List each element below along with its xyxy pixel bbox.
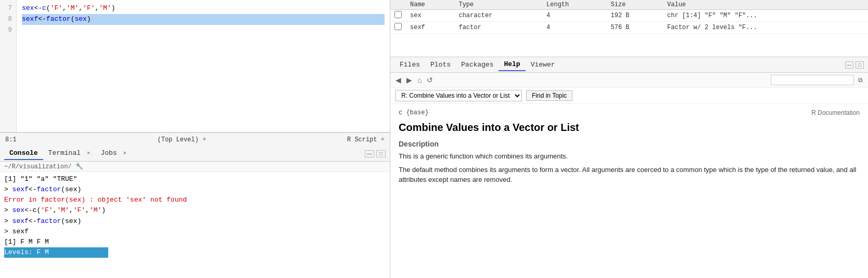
package-reference: c {base}: [399, 109, 860, 116]
tab-packages[interactable]: Packages: [456, 59, 499, 71]
tab-jobs[interactable]: Jobs ×: [95, 147, 132, 160]
env-row-sexf-length: 4: [542, 22, 607, 34]
console-line-2: > sexf<-factor(sex): [4, 184, 386, 195]
console-line-5: > sexf<-factor(sex): [4, 216, 386, 227]
tab-plots[interactable]: Plots: [425, 59, 456, 71]
console-line-8: Levels: F M: [4, 247, 386, 258]
home-btn[interactable]: ⌂: [416, 76, 423, 84]
tab-files[interactable]: Files: [394, 59, 425, 71]
env-col-length: Length: [542, 0, 607, 10]
script-type: R Script ÷: [347, 136, 385, 143]
env-row-sexf-type: factor: [454, 22, 542, 34]
env-col-checkbox: [390, 0, 406, 10]
console-header: ~/R/visualization/ 🔧: [0, 162, 390, 172]
help-external-icon[interactable]: ⧉: [857, 76, 864, 84]
find-in-topic-btn[interactable]: Find in Topic: [526, 90, 572, 101]
env-row-sexf-value: Factor w/ 2 levels "F...: [663, 22, 868, 34]
r-documentation-label: R Documentation: [811, 109, 860, 116]
tab-console[interactable]: Console: [4, 147, 43, 160]
env-row-sex[interactable]: sex character 4 192 B chr [1:4] "F" "M" …: [390, 10, 868, 22]
env-row-sex-size: 192 B: [607, 10, 663, 22]
help-description-para-2: The default method combines its argument…: [399, 165, 860, 185]
help-maximize-btn[interactable]: □: [856, 61, 864, 69]
help-tabs-bar: Files Plots Packages Help Viewer — □: [390, 57, 868, 73]
help-doc-title: Combine Values into a Vector or List: [399, 122, 860, 134]
console-controls: — □: [365, 150, 386, 157]
code-line-8: sexf<-factor(sex): [22, 14, 385, 25]
tab-viewer[interactable]: Viewer: [526, 59, 560, 71]
tab-terminal[interactable]: Terminal ×: [43, 147, 96, 160]
console-maximize-btn[interactable]: □: [376, 150, 386, 157]
env-row-sex-length: 4: [542, 10, 607, 22]
line-num-7: 7: [4, 3, 12, 14]
top-level: (Top Level) ÷: [157, 136, 206, 143]
code-line-7: sex<-c('F','M','F','M'): [22, 3, 385, 14]
help-section-description-title: Description: [399, 140, 860, 148]
cursor-position: 8:1: [5, 136, 17, 143]
console-tabs-bar: Console Terminal × Jobs × — □: [0, 146, 390, 162]
help-topic-select[interactable]: R: Combine Values into a Vector or List: [395, 90, 522, 101]
status-bar: 8:1 (Top Level) ÷ R Script ÷: [0, 133, 390, 146]
help-minimize-btn[interactable]: —: [845, 61, 853, 69]
terminal-close-icon[interactable]: ×: [87, 150, 91, 156]
left-panel: 7 8 9 sex<-c('F','M','F','M') sexf<-fact…: [0, 0, 390, 278]
env-col-value: Value: [663, 0, 868, 10]
line-num-9: 9: [4, 25, 12, 36]
console-line-1: [1] "1" "a" "TRUE": [4, 174, 386, 184]
env-row-sexf-name: sexf: [406, 22, 454, 34]
console-path: ~/R/visualization/ 🔧: [4, 163, 83, 170]
environment-table: Name Type Length Size Value sex characte…: [390, 0, 868, 34]
code-content[interactable]: sex<-c('F','M','F','M') sexf<-factor(sex…: [17, 0, 390, 132]
console-minimize-btn[interactable]: —: [365, 150, 374, 157]
env-row-sexf[interactable]: sexf factor 4 576 B Factor w/ 2 levels "…: [390, 22, 868, 34]
help-controls: — □: [845, 61, 864, 69]
back-btn[interactable]: ◀: [394, 76, 402, 84]
code-editor: 7 8 9 sex<-c('F','M','F','M') sexf<-fact…: [0, 0, 390, 133]
help-description-para-1: This is a generic function which combine…: [399, 151, 860, 162]
console-line-3: Error in factor(sex) : object 'sex' not …: [4, 195, 386, 205]
env-row-sexf-checkbox[interactable]: [390, 22, 406, 34]
help-search-input[interactable]: [771, 75, 854, 85]
environment-panel: Name Type Length Size Value sex characte…: [390, 0, 868, 57]
refresh-btn[interactable]: ↺: [426, 76, 434, 84]
console-line-6: > sexf: [4, 227, 386, 237]
env-col-type: Type: [454, 0, 542, 10]
line-numbers: 7 8 9: [0, 0, 17, 132]
env-col-name: Name: [406, 0, 454, 10]
code-line-9: [22, 25, 385, 36]
jobs-close-icon[interactable]: ×: [123, 150, 126, 156]
help-navigation: ◀ ▶ ⌂ ↺ ⧉: [390, 73, 868, 88]
env-row-sexf-size: 576 B: [607, 22, 663, 34]
console-output[interactable]: [1] "1" "a" "TRUE" > sexf<-factor(sex) E…: [0, 172, 390, 278]
env-row-sex-checkbox[interactable]: [390, 10, 406, 22]
help-content: R Documentation c {base} Combine Values …: [390, 104, 868, 278]
env-row-sex-name: sex: [406, 10, 454, 22]
line-num-8: 8: [4, 14, 12, 25]
console-line-4: > sex<-c('F','M','F','M'): [4, 205, 386, 216]
env-row-sex-type: character: [454, 10, 542, 22]
console-line-7: [1] F M F M: [4, 237, 386, 247]
tab-help[interactable]: Help: [499, 58, 525, 71]
forward-btn[interactable]: ▶: [405, 76, 413, 84]
console-panel: Console Terminal × Jobs × — □ ~/R/visual…: [0, 146, 390, 278]
env-col-size: Size: [607, 0, 663, 10]
env-row-sex-value: chr [1:4] "F" "M" "F"...: [663, 10, 868, 22]
help-dropdown-row: R: Combine Values into a Vector or List …: [390, 88, 868, 104]
right-panel: Name Type Length Size Value sex characte…: [390, 0, 868, 278]
